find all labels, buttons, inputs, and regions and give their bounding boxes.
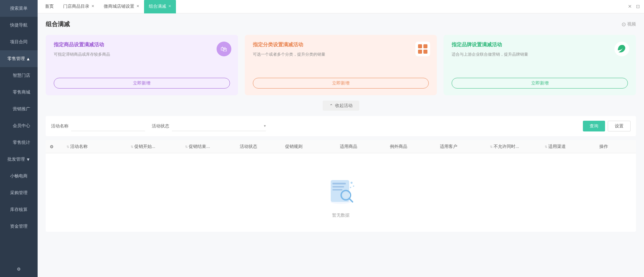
play-circle-icon: ⊙ [622,21,626,27]
settings-icon[interactable]: ⚙ [50,144,54,149]
th-nodup-label: 不允许同时... [494,144,519,150]
svg-rect-6 [332,183,346,184]
th-channel: ⇅ 适用渠道 [541,144,595,150]
chevron-down-icon: ▾ [264,124,266,128]
th-except: 例外商品 [386,144,436,150]
arrow-down-icon: ▼ [26,157,31,162]
sidebar-item-retail-mgmt[interactable]: 零售管理 ▲ [0,50,38,67]
tab-product-catalog-close[interactable]: ✕ [91,4,94,8]
sort-icon-channel[interactable]: ⇅ [545,145,547,149]
sidebar-label-search: 搜索菜单 [10,6,28,11]
sort-icon-nodup[interactable]: ⇅ [490,145,493,149]
th-channel-label: 适用渠道 [548,144,566,150]
svg-point-13 [353,185,354,187]
th-rule: 促销规则 [281,144,336,150]
tab-bar: 首页 门店商品目录 ✕ 微商城店铺设置 ✕ 组合满减 ✕ ✕ ⊡ [38,0,644,13]
window-maximize-button[interactable]: ⊡ [636,4,641,9]
svg-rect-7 [332,186,344,187]
sidebar-item-xiaochang[interactable]: 小畅电商 [0,168,38,184]
tab-wechat-shop-label: 微商城店铺设置 [104,3,134,9]
table-header: ⚙ ⇅ 活动名称 ⇅ 促销开始... ⇅ 促销结束... 活动状态 [46,140,636,153]
window-close-button[interactable]: ✕ [628,4,633,9]
card-by-brand-title: 指定品牌设置满减活动 [452,42,628,48]
th-end-label: 促销结束... [189,144,210,150]
sidebar-label-retail-mall: 零售商城 [13,90,30,95]
svg-rect-1 [423,44,427,48]
th-gear: ⚙ [46,144,62,149]
card-by-product-btn[interactable]: 立即新增 [54,78,230,89]
video-button[interactable]: ⊙ 视频 [622,21,636,27]
th-start: ⇅ 促销开始... [127,144,181,150]
card-by-brand-desc: 适合与上游企业联合做营销，提升品牌销量 [452,51,628,72]
th-except-label: 例外商品 [390,144,407,150]
collapse-bar: ⌃ 收起活动 [46,101,636,111]
window-controls: ✕ ⊡ [628,4,641,9]
empty-text: 暂无数据 [332,212,350,218]
th-customer: 适用客户 [436,144,486,150]
sort-icon-name[interactable]: ⇅ [66,145,69,149]
sidebar-item-quick-nav[interactable]: 快捷导航 [0,17,38,34]
sort-icon-end[interactable]: ⇅ [185,145,188,149]
filter-activity-name: 活动名称 [51,121,145,131]
sidebar-item-purchase[interactable]: 采购管理 [0,184,38,201]
filter-activity-name-label: 活动名称 [51,123,68,129]
card-by-brand-btn[interactable]: 立即新增 [452,78,628,89]
sidebar-item-search[interactable]: 搜索菜单 [0,0,38,17]
tab-combo-discount-close[interactable]: ✕ [168,4,171,8]
arrow-icon: ▲ [26,56,31,61]
query-button[interactable]: 查询 [583,121,605,131]
th-status-label: 活动状态 [240,144,257,150]
sidebar-label-quick-nav: 快捷导航 [10,22,28,27]
gear-icon: ⚙ [17,267,21,272]
tab-combo-discount[interactable]: 组合满减 ✕ [144,0,176,13]
collapse-up-icon: ⌃ [329,103,333,108]
card-by-product: 指定商品设置满减活动 🛍 可指定滞销商品或库存较多商品 立即新增 [46,35,238,95]
grid-icon [417,44,428,54]
filter-activity-status-label: 活动状态 [152,123,169,129]
leaf-icon [616,44,627,54]
collapse-btn-label: 收起活动 [335,103,353,109]
activity-status-select[interactable]: ▾ [172,121,266,131]
tab-wechat-shop-close[interactable]: ✕ [136,4,139,8]
sidebar-item-marketing[interactable]: 营销推广 [0,101,38,117]
card-by-product-icon: 🛍 [217,42,231,56]
empty-svg [324,173,358,207]
empty-state: 暂无数据 [46,153,636,232]
sidebar-item-finance[interactable]: 资金管理 [0,218,38,235]
svg-point-14 [350,187,351,188]
tab-home[interactable]: 首页 [40,0,58,13]
th-op: 操作 [595,144,636,150]
tab-wechat-shop[interactable]: 微商城店铺设置 ✕ [99,0,144,13]
th-goods: 适用商品 [336,144,386,150]
collapse-button[interactable]: ⌃ 收起活动 [323,101,359,111]
sidebar-label-marketing: 营销推广 [13,106,30,111]
sidebar-item-wholesale[interactable]: 批发管理 ▼ [0,151,38,168]
sidebar-item-project-contract[interactable]: 项目合同 [0,34,38,50]
activity-name-input[interactable] [71,121,145,131]
sidebar-item-inventory[interactable]: 库存核算 [0,201,38,218]
sidebar-item-members[interactable]: 会员中心 [0,117,38,134]
th-nodup: ⇅ 不允许同时... [486,144,541,150]
sidebar-settings-button[interactable]: ⚙ [0,261,38,277]
svg-point-10 [343,192,349,198]
settings-button[interactable]: 设置 [608,121,631,131]
sidebar-label-retail-stats: 零售统计 [13,140,30,145]
sidebar-label-smart-store: 智慧门店 [13,73,30,78]
tab-product-catalog[interactable]: 门店商品目录 ✕ [58,0,99,13]
sidebar-label-inventory: 库存核算 [10,207,28,212]
card-by-category-btn[interactable]: 立即新增 [253,78,429,89]
svg-point-12 [351,182,353,184]
sidebar-label-wholesale: 批发管理 [7,156,25,162]
card-by-brand: 指定品牌设置满减活动 适合与上游企业联合做营销，提升品牌销量 立即新增 [444,35,636,95]
sidebar-label-project-contract: 项目合同 [10,39,28,44]
empty-illustration [324,173,358,207]
tab-combo-discount-label: 组合满减 [149,3,166,9]
sort-icon-start[interactable]: ⇅ [131,145,133,149]
sidebar-item-retail-stats[interactable]: 零售统计 [0,134,38,151]
sidebar-item-retail-mall[interactable]: 零售商城 [0,84,38,101]
th-goods-label: 适用商品 [340,144,357,150]
svg-rect-0 [418,44,422,48]
sidebar-item-smart-store[interactable]: 智慧门店 [0,67,38,84]
th-rule-label: 促销规则 [285,144,303,150]
th-customer-label: 适用客户 [440,144,457,150]
